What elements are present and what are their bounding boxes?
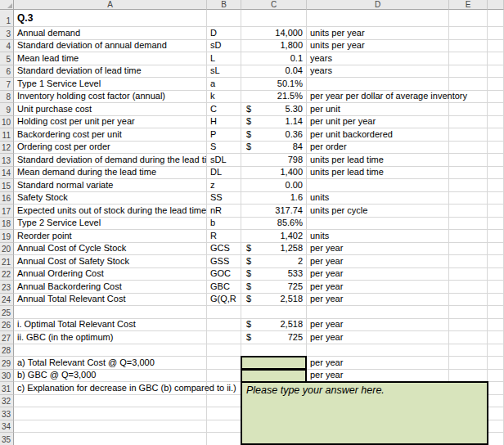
- cell-E19[interactable]: [449, 230, 488, 243]
- cell-A4[interactable]: Standard deviation of annual demand: [14, 40, 207, 53]
- cell-A6[interactable]: Standard deviation of lead time: [14, 65, 207, 79]
- cell-B17[interactable]: nR: [207, 205, 241, 218]
- cell-E4[interactable]: [449, 40, 488, 53]
- cell-A32[interactable]: [14, 395, 207, 408]
- cell-B34[interactable]: [207, 420, 241, 434]
- row-header-25[interactable]: 25: [0, 306, 14, 319]
- cell-E12[interactable]: [449, 142, 488, 155]
- cell-F24[interactable]: [488, 294, 504, 307]
- row-header-34[interactable]: 34: [0, 420, 14, 434]
- cell-B18[interactable]: b: [207, 218, 241, 231]
- cell-B27[interactable]: [207, 331, 241, 344]
- cell-E15[interactable]: [449, 179, 488, 192]
- cell-C28[interactable]: [241, 344, 307, 357]
- cell-D29[interactable]: per year: [307, 357, 449, 370]
- row-header-18[interactable]: 18: [0, 218, 14, 231]
- cell-E6[interactable]: [449, 65, 488, 79]
- cell-B25[interactable]: [207, 306, 241, 319]
- cell-D20[interactable]: per year: [307, 243, 449, 256]
- cell-E10[interactable]: [449, 116, 488, 129]
- row-header-27[interactable]: 27: [0, 331, 14, 344]
- cell-D11[interactable]: per unit backordered: [307, 128, 449, 142]
- row-header-35[interactable]: 35: [0, 433, 14, 445]
- cell-E25[interactable]: [449, 306, 488, 319]
- cell-A21[interactable]: Annual Cost of Safety Stock: [14, 255, 207, 268]
- cell-A28[interactable]: [14, 344, 207, 357]
- cell-C18[interactable]: 85.6%: [241, 218, 307, 231]
- cell-B8[interactable]: k: [207, 91, 241, 104]
- cell-D22[interactable]: per year: [307, 268, 449, 281]
- cell-C3[interactable]: 14,000: [241, 27, 307, 40]
- cell-C16[interactable]: 1.6: [241, 192, 307, 205]
- row-header-13[interactable]: 13: [0, 154, 14, 167]
- answer-box[interactable]: Please type your answer here.: [241, 381, 488, 445]
- cell-B29[interactable]: [207, 357, 241, 370]
- cell-E9[interactable]: [449, 103, 488, 116]
- cell-F31[interactable]: [488, 382, 504, 395]
- cell-F17[interactable]: [488, 205, 504, 218]
- cell-B14[interactable]: DL: [207, 167, 241, 180]
- row-header-12[interactable]: 12: [0, 142, 14, 155]
- cell-C7[interactable]: 50.1%: [241, 78, 307, 91]
- cell-D23[interactable]: per year: [307, 281, 449, 294]
- cell-B31[interactable]: [207, 382, 241, 395]
- cell-B35[interactable]: [207, 433, 241, 445]
- cell-B22[interactable]: GOC: [207, 268, 241, 281]
- cell-F15[interactable]: [488, 179, 504, 192]
- cell-E17[interactable]: [449, 205, 488, 218]
- cell-A17[interactable]: Expected units out of stock during the l…: [14, 205, 207, 218]
- cell-C21[interactable]: $2: [241, 255, 307, 268]
- cell-F5[interactable]: [488, 52, 504, 65]
- cell-E28[interactable]: [449, 344, 488, 357]
- cell-C14[interactable]: 1,400: [241, 167, 307, 180]
- row-header-20[interactable]: 20: [0, 243, 14, 256]
- cell-D10[interactable]: per unit per year: [307, 116, 449, 129]
- cell-D19[interactable]: units: [307, 230, 449, 243]
- cell-B24[interactable]: G(Q,R: [207, 294, 241, 307]
- cell-A18[interactable]: Type 2 Service Level: [14, 218, 207, 231]
- cell-B32[interactable]: [207, 395, 241, 408]
- cell-F8[interactable]: [488, 91, 504, 104]
- cell-D8[interactable]: per year per dollar of average inventory: [307, 91, 449, 104]
- cell-E27[interactable]: [449, 331, 488, 344]
- cell-D3[interactable]: units per year: [307, 27, 449, 40]
- cell-A13[interactable]: Standard deviation of demand during the …: [14, 154, 207, 167]
- row-header-14[interactable]: 14: [0, 167, 14, 180]
- cell-F18[interactable]: [488, 218, 504, 231]
- cell-F28[interactable]: [488, 344, 504, 357]
- row-header-11[interactable]: 11: [0, 128, 14, 142]
- row-header-26[interactable]: 26: [0, 319, 14, 332]
- cell-C27[interactable]: $725: [241, 331, 307, 344]
- cell-E11[interactable]: [449, 128, 488, 142]
- cell-D12[interactable]: per order: [307, 142, 449, 155]
- cell-C4[interactable]: 1,800: [241, 40, 307, 53]
- cell-F10[interactable]: [488, 116, 504, 129]
- row-header-32[interactable]: 32: [0, 395, 14, 408]
- cell-E22[interactable]: [449, 268, 488, 281]
- row-header-4[interactable]: 4: [0, 40, 14, 53]
- cell-F12[interactable]: [488, 142, 504, 155]
- cell-C22[interactable]: $533: [241, 268, 307, 281]
- cell-E3[interactable]: [449, 27, 488, 40]
- cell-A12[interactable]: Ordering cost per order: [14, 142, 207, 155]
- cell-D4[interactable]: units per year: [307, 40, 449, 53]
- row-header-31[interactable]: 31: [0, 382, 14, 395]
- cell-E16[interactable]: [449, 192, 488, 205]
- cell-A3[interactable]: Annual demand: [14, 27, 207, 40]
- cell-D1[interactable]: [307, 10, 449, 27]
- cell-E23[interactable]: [449, 281, 488, 294]
- row-header-3[interactable]: 3: [0, 27, 14, 40]
- row-header-23[interactable]: 23: [0, 281, 14, 294]
- cell-A24[interactable]: Annual Total Relevant Cost: [14, 294, 207, 307]
- cell-D5[interactable]: years: [307, 52, 449, 65]
- cell-D14[interactable]: units per lead time: [307, 167, 449, 180]
- cell-A27[interactable]: ii. GBC (in the optimum): [14, 331, 207, 344]
- input-cell-c29[interactable]: [241, 356, 307, 370]
- cell-D28[interactable]: [307, 344, 449, 357]
- cell-C8[interactable]: 21.5%: [241, 91, 307, 104]
- cell-B10[interactable]: H: [207, 116, 241, 129]
- cell-B28[interactable]: [207, 344, 241, 357]
- cell-A33[interactable]: [14, 407, 207, 420]
- cell-E1[interactable]: [449, 10, 488, 27]
- row-header-19[interactable]: 19: [0, 230, 14, 243]
